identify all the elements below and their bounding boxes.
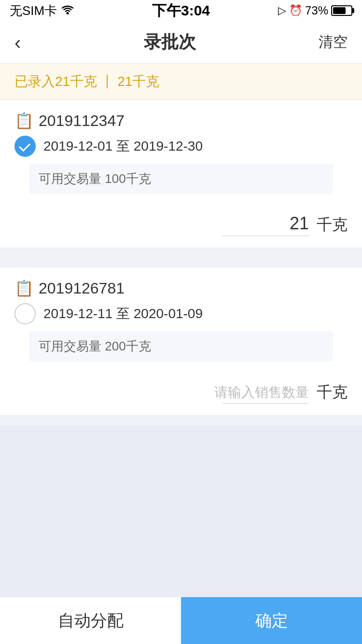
qty-input-1[interactable] (212, 213, 309, 234)
qty-row-1: 千克 (0, 204, 362, 248)
batch-id-row-2: 📋 2019126781 (14, 279, 348, 297)
qty-input-2[interactable] (212, 381, 309, 401)
batch-date-row-2[interactable]: 2019-12-11 至 2020-01-09 (14, 303, 348, 324)
batch-card-2: 📋 2019126781 2019-12-11 至 2020-01-09 可用交… (0, 267, 362, 416)
batch-date-1: 2019-12-01 至 2019-12-30 (43, 137, 203, 155)
batch-date-row-1[interactable]: 2019-12-01 至 2019-12-30 (14, 136, 348, 157)
summary-value: 21千克 (117, 72, 159, 91)
wifi-icon (61, 3, 74, 18)
card-separator (0, 258, 362, 267)
battery-icon (331, 5, 352, 16)
batch-id-row-1: 📋 2019112347 (14, 112, 348, 130)
qty-row-2: 千克 (0, 371, 362, 416)
batch-icon-1: 📋 (14, 112, 34, 130)
batch-card-1: 📋 2019112347 2019-12-01 至 2019-12-30 可用交… (0, 100, 362, 248)
batch-date-2: 2019-12-11 至 2020-01-09 (43, 305, 203, 323)
available-qty-row-1: 可用交易量 100千克 (14, 164, 348, 204)
summary-banner: 已录入21千克 21千克 (0, 64, 362, 100)
status-bar: 无SIM卡 下午3:04 ▷ ⏰ 73% (0, 0, 362, 21)
bottom-bar: 自动分配 确定 (0, 597, 362, 644)
clear-button[interactable]: 清空 (319, 32, 348, 52)
nav-bar: ‹ 录批次 清空 (0, 21, 362, 64)
available-qty-row-2: 可用交易量 200千克 (14, 331, 348, 371)
batch-icon-2: 📋 (14, 279, 34, 297)
summary-label: 已录入21千克 (14, 72, 97, 91)
batch-id-1: 2019112347 (39, 112, 125, 130)
page-title: 录批次 (144, 30, 196, 54)
available-qty-text-2: 可用交易量 200千克 (39, 339, 151, 353)
status-time: 下午3:04 (152, 1, 210, 21)
batch-radio-2[interactable] (14, 303, 36, 324)
qty-unit-2: 千克 (317, 382, 348, 403)
back-button[interactable]: ‹ (14, 33, 21, 52)
qty-unit-1: 千克 (317, 214, 348, 236)
available-qty-text-1: 可用交易量 100千克 (39, 171, 151, 186)
status-left: 无SIM卡 (10, 2, 74, 19)
svg-point-0 (67, 12, 69, 14)
batch-id-2: 2019126781 (39, 280, 125, 297)
alarm-icon: ⏰ (289, 4, 302, 17)
location-icon: ▷ (278, 4, 286, 17)
battery-percent: 73% (305, 4, 328, 17)
confirm-button[interactable]: 确定 (181, 597, 362, 644)
summary-divider (107, 75, 108, 88)
carrier-text: 无SIM卡 (10, 2, 57, 19)
status-right: ▷ ⏰ 73% (278, 4, 352, 17)
batch-radio-1[interactable] (14, 136, 36, 157)
auto-distribute-button[interactable]: 自动分配 (0, 597, 181, 644)
